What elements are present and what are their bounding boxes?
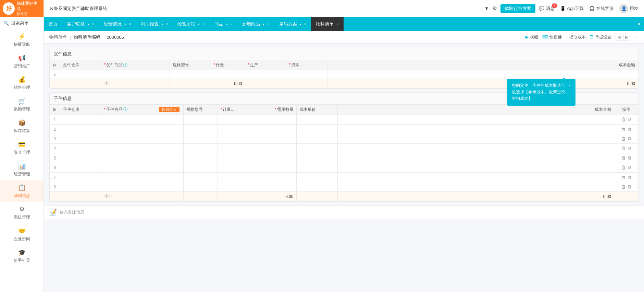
- sidebar-item-purchase[interactable]: 🛒 采购管理: [0, 94, 44, 116]
- child-warehouse-cell[interactable]: [60, 153, 101, 163]
- tab-customer-close[interactable]: ×: [92, 22, 94, 26]
- delete-row-button[interactable]: 🗑: [621, 136, 626, 142]
- child-goods-cell[interactable]: [101, 115, 156, 125]
- child-goods-cell[interactable]: [101, 163, 156, 173]
- child-unit-cell[interactable]: [218, 134, 252, 144]
- tab-ops-status-close[interactable]: ×: [129, 22, 131, 26]
- child-spec-cell[interactable]: [183, 125, 218, 134]
- child-warehouse-cell[interactable]: [60, 115, 101, 125]
- child-goods-cell[interactable]: [101, 173, 156, 182]
- child-spec-cell[interactable]: [183, 115, 218, 125]
- sidebar-item-inventory[interactable]: 📦 库存核算: [0, 116, 44, 137]
- tab-add-goods-close[interactable]: ×: [267, 22, 269, 26]
- child-cost-amount-cell[interactable]: [337, 163, 614, 173]
- child-qty-cell[interactable]: [252, 115, 296, 125]
- delete-row-button[interactable]: 🗑: [621, 165, 626, 171]
- child-cost-amount-cell[interactable]: [337, 182, 614, 192]
- user-item[interactable]: 👤 用友: [619, 4, 639, 13]
- parent-produce-cell[interactable]: [245, 70, 286, 79]
- tab-biz-history[interactable]: 经营历程 ▾ ×: [173, 17, 209, 31]
- tab-home[interactable]: 首页: [44, 17, 62, 31]
- child-warehouse-cell[interactable]: [60, 144, 101, 153]
- next-record-button[interactable]: ▶: [623, 34, 630, 40]
- child-qty-cell[interactable]: [252, 125, 296, 134]
- child-unit-cell[interactable]: [218, 173, 252, 182]
- child-warehouse-cell[interactable]: [60, 163, 101, 173]
- tab-goods[interactable]: 商品 ▾ ×: [210, 17, 237, 31]
- child-unit-cell[interactable]: [218, 115, 252, 125]
- topbar-dropdown[interactable]: ▼: [484, 6, 489, 11]
- tab-add-goods[interactable]: 新增商品 ▾ ×: [237, 17, 274, 31]
- sidebar-item-system[interactable]: ⚙ 系统管理: [0, 202, 44, 224]
- child-spec-cell[interactable]: [183, 173, 218, 182]
- tab-bom[interactable]: 物料清单 ×: [311, 17, 343, 31]
- tab-barcode[interactable]: 条码方案 ▾ ×: [274, 17, 311, 31]
- delete-row-button[interactable]: 🗑: [621, 184, 626, 190]
- single-settings-action[interactable]: ☰ 单据设置: [590, 34, 611, 40]
- child-unit-cost-cell[interactable]: [296, 153, 337, 163]
- child-unit-cell[interactable]: [218, 144, 252, 153]
- sidebar-item-basic-info[interactable]: 📋 基础信息: [0, 180, 44, 202]
- th-parent-settings[interactable]: ⚙: [50, 60, 60, 70]
- parent-cost-cell[interactable]: [286, 70, 327, 79]
- child-unit-cost-cell[interactable]: [296, 134, 337, 144]
- child-unit-cost-cell[interactable]: [296, 182, 337, 192]
- parent-goods-cell[interactable]: [101, 70, 170, 79]
- child-qty-cell[interactable]: [252, 144, 296, 153]
- sidebar-item-quick-nav[interactable]: ⚡ 快捷导航: [0, 29, 44, 51]
- tab-goods-close[interactable]: ×: [231, 22, 233, 26]
- copy-row-button[interactable]: ⧉: [628, 145, 631, 151]
- copy-row-button[interactable]: ⧉: [628, 126, 631, 132]
- delete-row-button[interactable]: 🗑: [621, 126, 626, 132]
- delete-row-button[interactable]: 🗑: [621, 145, 626, 151]
- child-goods-info-icon[interactable]: ⓘ: [123, 107, 127, 112]
- tab-ops-status[interactable]: 经营情况 ▾ ×: [99, 17, 136, 31]
- parent-goods-info-icon[interactable]: ⓘ: [123, 62, 127, 67]
- delete-row-button[interactable]: 🗑: [621, 117, 626, 122]
- prev-record-button[interactable]: ◀: [616, 34, 622, 40]
- child-unit-cell[interactable]: [218, 182, 252, 192]
- parent-spec-cell[interactable]: [170, 70, 211, 79]
- child-goods-cell[interactable]: [101, 182, 156, 192]
- copy-row-button[interactable]: ⧉: [628, 136, 631, 142]
- copy-row-button[interactable]: ⧉: [628, 165, 631, 171]
- child-goods-cell[interactable]: [101, 144, 156, 153]
- child-qty-cell[interactable]: [252, 173, 296, 182]
- sidebar-item-enterprise[interactable]: 🤝 企业协同: [0, 224, 44, 245]
- copy-row-button[interactable]: ⧉: [628, 117, 631, 122]
- topbar-settings-icon[interactable]: ⚙: [492, 5, 497, 12]
- child-qty-cell[interactable]: [252, 134, 296, 144]
- child-unit-cell[interactable]: [218, 125, 252, 134]
- child-cost-amount-cell[interactable]: [337, 173, 614, 182]
- child-warehouse-cell[interactable]: [60, 125, 101, 134]
- extract-cost-action[interactable]: ↓ 提取成本: [566, 34, 586, 40]
- child-cost-amount-cell[interactable]: [337, 125, 614, 134]
- parent-unit-cell[interactable]: [211, 70, 245, 79]
- child-unit-cell[interactable]: [218, 163, 252, 173]
- app-download-item[interactable]: 📱 App下载: [560, 5, 584, 12]
- child-qty-cell[interactable]: [252, 182, 296, 192]
- child-goods-cell[interactable]: [101, 153, 156, 163]
- delete-row-button[interactable]: 🗑: [621, 155, 626, 161]
- copy-row-button[interactable]: ⧉: [628, 155, 631, 161]
- tooltip-close-button[interactable]: ×: [568, 82, 571, 89]
- child-unit-cost-cell[interactable]: [296, 115, 337, 125]
- sidebar-item-operations[interactable]: 📊 经营管理: [0, 159, 44, 180]
- child-cost-amount-cell[interactable]: [337, 144, 614, 153]
- child-warehouse-cell[interactable]: [60, 173, 101, 182]
- child-spec-cell[interactable]: [183, 163, 218, 173]
- sidebar-item-sales[interactable]: 💰 销售管理: [0, 72, 44, 94]
- shortcut-action[interactable]: ⌨ 快捷键: [542, 34, 562, 40]
- tab-barcode-close[interactable]: ×: [304, 22, 306, 26]
- copy-row-button[interactable]: ⧉: [628, 174, 631, 180]
- tab-bom-close[interactable]: ×: [336, 22, 338, 26]
- child-qty-cell[interactable]: [252, 163, 296, 173]
- child-cost-amount-cell[interactable]: [337, 153, 614, 163]
- delete-row-button[interactable]: 🗑: [621, 174, 626, 180]
- child-goods-cell[interactable]: [101, 125, 156, 134]
- video-action[interactable]: ▶ 视频: [525, 34, 538, 40]
- tab-profit-close[interactable]: ×: [166, 22, 168, 26]
- child-spec-cell[interactable]: [183, 153, 218, 163]
- child-cost-amount-cell[interactable]: [337, 115, 614, 125]
- online-service-item[interactable]: 🎧 在线客服: [589, 5, 614, 12]
